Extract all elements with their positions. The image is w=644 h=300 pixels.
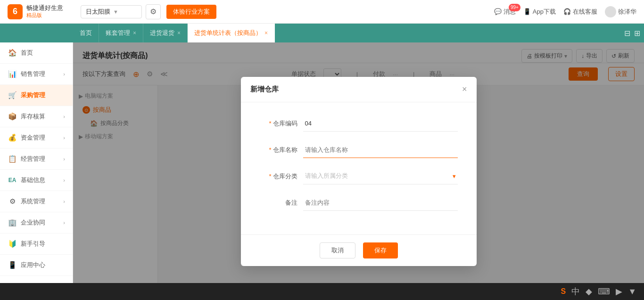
sidebar-item-basic[interactable]: EA 基础信息 › — [0, 170, 73, 191]
header-right: 💬 消息 99+ 📱 App下载 🎧 在线客服 徐泽华 — [494, 6, 636, 17]
keyboard-icon[interactable]: ⌨ — [598, 286, 610, 297]
name-label: 仓库名称 — [260, 146, 297, 154]
tab-bar-controls: ⊟ ⊞ — [620, 29, 644, 38]
sidebar-item-sales[interactable]: 📊 销售管理 › — [0, 64, 73, 85]
tab-close-purchase-return[interactable]: × — [177, 30, 181, 36]
add-warehouse-modal: 新增仓库 × 仓库编码 仓库名称 仓库 — [241, 77, 477, 266]
tab-expand-icon[interactable]: ⊞ — [634, 29, 640, 38]
tab-account[interactable]: 账套管理 × — [99, 24, 143, 42]
note-input[interactable] — [303, 195, 458, 211]
message-button[interactable]: 💬 消息 99+ — [494, 8, 516, 16]
save-button[interactable]: 保存 — [363, 242, 398, 258]
system-icon: ⚙ — [8, 197, 17, 206]
note-form-row: 备注 — [260, 195, 458, 211]
chevron-right-icon-2: › — [63, 114, 65, 119]
tab-bar: 首页 账套管理 × 进货退货 × 进货单统计表（按商品） × ⊟ ⊞ — [0, 24, 644, 42]
category-select[interactable]: 请输入所属分类 ▾ — [303, 168, 458, 184]
user-menu[interactable]: 徐泽华 — [605, 6, 636, 17]
modal-title: 新增仓库 — [250, 85, 279, 94]
code-label: 仓库编码 — [260, 119, 297, 128]
s-logo-icon: S — [561, 287, 566, 296]
note-label: 备注 — [260, 199, 297, 207]
home-icon: 🏠 — [8, 48, 17, 58]
guide-icon: 🔰 — [8, 239, 17, 249]
tab-close-account[interactable]: × — [133, 30, 136, 36]
logo-text: 畅捷通好生意 精品版 — [26, 4, 63, 19]
code-input[interactable] — [303, 116, 458, 132]
name-input[interactable] — [303, 142, 458, 158]
chevron-right-icon-4: › — [63, 156, 65, 162]
modal-header: 新增仓库 × — [241, 77, 477, 102]
apps-icon: 📱 — [8, 260, 17, 270]
diamond-icon: ◆ — [586, 286, 592, 297]
trial-button[interactable]: 体验行业方案 — [166, 5, 216, 19]
modal-close-button[interactable]: × — [462, 84, 467, 94]
avatar — [605, 6, 616, 17]
phone-icon: 📱 — [523, 8, 531, 15]
sidebar-item-system[interactable]: ⚙ 系统管理 › — [0, 191, 73, 212]
chinese-input-icon[interactable]: 中 — [571, 286, 580, 297]
modal-footer: 取消 保存 — [241, 234, 477, 266]
enterprise-icon: 🏢 — [8, 218, 17, 227]
chevron-right-icon-3: › — [63, 135, 65, 141]
logo-area: 6 畅捷通好生意 精品版 — [8, 4, 81, 19]
sidebar-item-finance[interactable]: 💰 资金管理 › — [0, 127, 73, 149]
tab-close-purchase-stat[interactable]: × — [264, 30, 268, 36]
code-form-row: 仓库编码 — [260, 116, 458, 132]
logo-icon: 6 — [8, 4, 23, 19]
bottom-bar: S 中 ◆ ⌨ ▶ ▼ — [0, 283, 644, 300]
top-header: 6 畅捷通好生意 精品版 日太阳膜 ▼ ⚙ 体验行业方案 💬 消息 99+ 📱 … — [0, 0, 644, 24]
gear-icon: ⚙ — [150, 7, 157, 16]
basic-icon: EA — [8, 175, 17, 185]
cancel-button[interactable]: 取消 — [320, 242, 355, 258]
category-form-row: 仓库分类 请输入所属分类 ▾ — [260, 168, 458, 184]
chevron-right-icon-7: › — [63, 220, 65, 225]
category-arrow-icon: ▾ — [453, 173, 456, 180]
purchase-icon: 🛒 — [8, 91, 17, 100]
sidebar: 🏠 首页 📊 销售管理 › 🛒 采购管理 📦 库存核算 › 💰 资金管理 › 📋… — [0, 42, 73, 300]
app-download-button[interactable]: 📱 App下载 — [523, 8, 556, 16]
sidebar-item-inventory[interactable]: 📦 库存核算 › — [0, 106, 73, 127]
content-area: 进货单统计(按商品) 🖨 按模板打印 ▾ ↓ 导出 ↺ 刷新 按以下方案查询 — [73, 42, 644, 300]
name-form-row: 仓库名称 — [260, 142, 458, 158]
sales-icon: 📊 — [8, 69, 17, 79]
message-icon: 💬 — [494, 8, 502, 15]
modal-overlay: 新增仓库 × 仓库编码 仓库名称 仓库 — [73, 42, 644, 300]
chevron-down-icon: ▼ — [113, 9, 118, 15]
tab-purchase-return[interactable]: 进货退货 × — [143, 24, 188, 42]
modal-body: 仓库编码 仓库名称 仓库分类 请输入所属分类 ▾ — [241, 102, 477, 234]
inventory-icon: 📦 — [8, 112, 17, 121]
chevron-right-icon: › — [63, 71, 65, 77]
tab-purchase-stat[interactable]: 进货单统计表（按商品） × — [188, 24, 275, 42]
sidebar-item-guide[interactable]: 🔰 新手引导 — [0, 233, 73, 255]
chevron-right-icon-6: › — [63, 199, 65, 204]
chevron-right-icon-5: › — [63, 177, 65, 183]
store-selector[interactable]: 日太阳膜 ▼ — [81, 5, 142, 18]
tab-home[interactable]: 首页 — [73, 24, 99, 42]
dropdown-icon[interactable]: ▼ — [628, 287, 636, 297]
play-icon: ▶ — [616, 286, 622, 297]
headset-icon: 🎧 — [563, 8, 571, 15]
tab-minimize-icon[interactable]: ⊟ — [624, 29, 630, 38]
category-placeholder: 请输入所属分类 — [305, 172, 348, 180]
sidebar-item-operation[interactable]: 📋 经营管理 › — [0, 149, 73, 170]
sidebar-item-home[interactable]: 🏠 首页 — [0, 42, 73, 64]
operation-icon: 📋 — [8, 154, 17, 164]
category-label: 仓库分类 — [260, 172, 297, 181]
sidebar-item-enterprise[interactable]: 🏢 企业协同 › — [0, 212, 73, 233]
service-button[interactable]: 🎧 在线客服 — [563, 8, 597, 16]
gear-button[interactable]: ⚙ — [146, 4, 161, 19]
main-layout: 🏠 首页 📊 销售管理 › 🛒 采购管理 📦 库存核算 › 💰 资金管理 › 📋… — [0, 42, 644, 300]
sidebar-item-purchase[interactable]: 🛒 采购管理 — [0, 85, 73, 106]
sidebar-item-apps[interactable]: 📱 应用中心 — [0, 255, 73, 276]
finance-icon: 💰 — [8, 133, 17, 142]
